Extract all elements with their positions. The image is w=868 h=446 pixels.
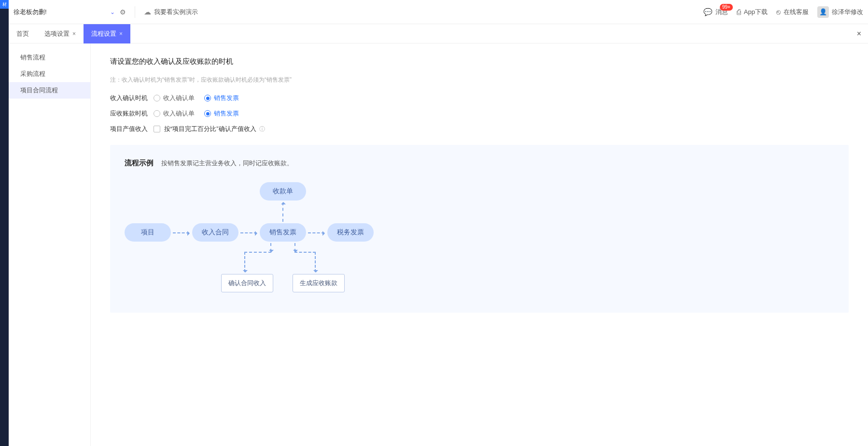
radio-label: 收入确认单 xyxy=(163,94,195,102)
flow-title: 流程示例 xyxy=(125,158,154,168)
sidebar-item-sales-flow[interactable]: 销售流程 xyxy=(9,49,90,66)
arrow-icon xyxy=(282,202,283,222)
close-all-tabs-button[interactable]: × xyxy=(850,24,868,43)
username: 徐泽华修改 xyxy=(832,8,863,16)
node-receipt: 收款单 xyxy=(260,182,306,201)
income-confirm-radio-sales-invoice[interactable]: 销售发票 xyxy=(204,94,239,102)
flow-example-panel: 流程示例 按销售发票记主营业务收入，同时记应收账款。 收款单 项目 收入合同 销… xyxy=(110,145,849,313)
box-gen-receivable: 生成应收账款 xyxy=(293,274,345,292)
node-sales-invoice: 销售发票 xyxy=(260,223,306,242)
receivable-row: 应收账款时机 收入确认单 销售发票 xyxy=(110,109,849,118)
flow-sidebar: 销售流程 采购流程 项目合同流程 xyxy=(9,43,91,446)
arrow-icon xyxy=(173,232,189,233)
dash-icon xyxy=(294,252,316,253)
income-confirm-row: 收入确认时机 收入确认单 销售发票 xyxy=(110,94,849,102)
flow-header: 流程示例 按销售发票记主营业务收入，同时记应收账款。 xyxy=(125,158,834,168)
tab-bar: 首页 选项设置 × 流程设置 × × xyxy=(9,24,868,43)
income-confirm-label: 收入确认时机 xyxy=(110,94,154,102)
demo-link[interactable]: ☁ 我要看实例演示 xyxy=(144,8,198,16)
header-right: 💬 消息 99+ ⎙ App下载 ⎋ 在线客服 👤 徐泽华修改 xyxy=(703,6,863,18)
headset-icon: ⎋ xyxy=(776,8,781,16)
divider xyxy=(135,6,135,18)
left-nav-tag: 材 xyxy=(0,0,9,9)
arrow-icon xyxy=(244,252,245,272)
tab-label: 首页 xyxy=(16,29,29,38)
messages-button[interactable]: 💬 消息 99+ xyxy=(703,8,728,16)
main-area: 销售流程 采购流程 项目合同流程 请设置您的收入确认及应收账款的时机 注：收入确… xyxy=(9,43,868,446)
tab-label: 选项设置 xyxy=(44,29,70,38)
project-value-row: 项目产值收入 按“项目完工百分比”确认产值收入 ⓘ xyxy=(110,125,849,133)
app-download-button[interactable]: ⎙ App下载 xyxy=(737,8,768,16)
demo-link-label: 我要看实例演示 xyxy=(154,8,198,16)
receivable-radio-confirm-sheet[interactable]: 收入确认单 xyxy=(154,109,195,118)
node-project: 项目 xyxy=(125,223,171,242)
org-selector[interactable]: 徐老板勿删! ⌄ xyxy=(14,8,115,16)
sidebar-item-purchase-flow[interactable]: 采购流程 xyxy=(9,66,90,82)
avatar: 👤 xyxy=(817,6,829,18)
radio-icon xyxy=(204,95,211,101)
checkbox-label: 按“项目完工百分比”确认产值收入 xyxy=(164,125,256,133)
app-download-label: App下载 xyxy=(744,8,768,16)
box-confirm-income: 确认合同收入 xyxy=(221,274,273,292)
radio-label: 销售发票 xyxy=(214,94,239,102)
project-value-label: 项目产值收入 xyxy=(110,125,154,133)
help-icon[interactable]: ⓘ xyxy=(259,125,265,133)
flow-desc: 按销售发票记主营业务收入，同时记应收账款。 xyxy=(161,159,293,168)
receivable-label: 应收账款时机 xyxy=(110,109,154,118)
gear-icon[interactable]: ⚙ xyxy=(120,8,126,16)
content-area: 请设置您的收入确认及应收账款的时机 注：收入确认时机为“销售发票”时，应收账款确… xyxy=(91,43,868,446)
radio-icon xyxy=(204,110,211,117)
radio-label: 销售发票 xyxy=(214,109,239,118)
arrow-icon xyxy=(240,232,257,233)
message-icon: 💬 xyxy=(703,8,713,16)
note-text: 注：收入确认时机为“销售发票”时，应收账款确认时机必须为“销售发票” xyxy=(110,76,849,84)
receivable-radio-sales-invoice[interactable]: 销售发票 xyxy=(204,109,239,118)
dash-icon xyxy=(244,252,271,253)
cloud-icon: ☁ xyxy=(144,8,151,16)
phone-icon: ⎙ xyxy=(737,8,741,16)
close-icon[interactable]: × xyxy=(119,30,123,37)
page-title: 请设置您的收入确认及应收账款的时机 xyxy=(110,57,849,66)
messages-badge: 99+ xyxy=(720,4,733,11)
flow-diagram: 收款单 项目 收入合同 销售发票 税务发票 确认合同收入 生成应收账款 xyxy=(125,182,834,293)
chevron-down-icon: ⌄ xyxy=(110,9,115,15)
sidebar-item-project-contract-flow[interactable]: 项目合同流程 xyxy=(9,82,90,99)
left-nav-strip: 材 xyxy=(0,0,9,446)
radio-label: 收入确认单 xyxy=(163,109,195,118)
income-confirm-radio-confirm-sheet[interactable]: 收入确认单 xyxy=(154,94,195,102)
tab-label: 流程设置 xyxy=(91,29,116,38)
tab-home[interactable]: 首页 xyxy=(9,24,37,43)
radio-icon xyxy=(154,95,160,101)
top-header: 徐老板勿删! ⌄ ⚙ ☁ 我要看实例演示 💬 消息 99+ ⎙ App下载 ⎋ … xyxy=(9,0,868,24)
org-name: 徐老板勿删! xyxy=(14,8,47,16)
dash-icon xyxy=(270,243,271,252)
project-value-checkbox[interactable] xyxy=(154,126,160,132)
online-support-button[interactable]: ⎋ 在线客服 xyxy=(776,8,809,16)
online-support-label: 在线客服 xyxy=(784,8,809,16)
arrow-icon xyxy=(315,252,316,272)
user-menu[interactable]: 👤 徐泽华修改 xyxy=(817,6,863,18)
close-icon[interactable]: × xyxy=(72,30,76,37)
tab-flow-settings[interactable]: 流程设置 × xyxy=(84,24,130,43)
node-tax-invoice: 税务发票 xyxy=(327,223,374,242)
radio-icon xyxy=(154,110,160,117)
tab-options[interactable]: 选项设置 × xyxy=(37,24,84,43)
dash-icon xyxy=(294,243,295,252)
node-income-contract: 收入合同 xyxy=(192,223,238,242)
arrow-icon xyxy=(308,232,324,233)
